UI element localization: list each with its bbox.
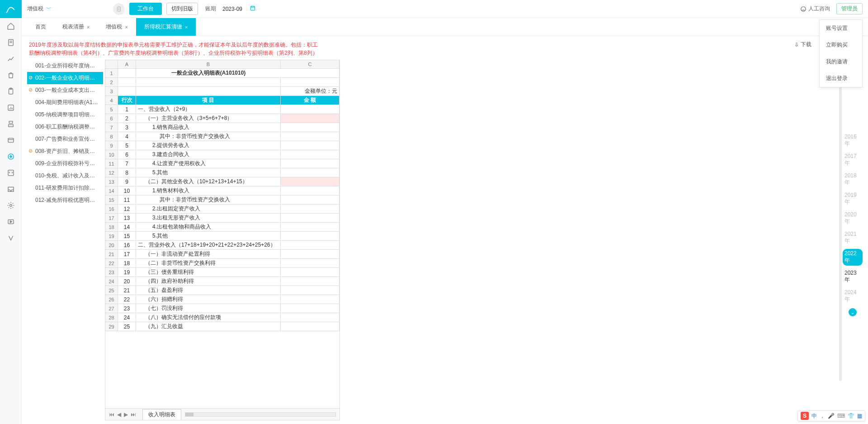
report-icon[interactable] xyxy=(0,100,22,116)
close-icon[interactable]: × xyxy=(87,24,90,30)
tab[interactable]: 所得税汇算清缴× xyxy=(136,18,196,36)
cell-amount[interactable] xyxy=(281,105,340,114)
cell-item[interactable]: 4.出租包装物和商品收入 xyxy=(136,223,281,231)
cell-amount[interactable] xyxy=(281,223,340,231)
tax-icon[interactable] xyxy=(0,148,22,165)
cell-item[interactable]: （一）非流动资产处置利得 xyxy=(136,250,281,258)
tree-item[interactable]: 012-减免所得税优惠明细表(... xyxy=(27,194,103,206)
download-action[interactable]: ⇩ 下载 xyxy=(794,41,811,48)
nav-last[interactable]: ⏭ xyxy=(130,411,137,418)
nav-prev[interactable]: ◀ xyxy=(116,411,122,418)
tree-item[interactable]: 006-职工薪酬纳税调整明细... xyxy=(27,121,103,133)
video-icon[interactable] xyxy=(0,214,22,230)
admin-button[interactable]: 管理员 xyxy=(836,3,863,14)
cell-amount[interactable] xyxy=(281,168,340,177)
tree-item[interactable]: 007-广告费和业务宣传费跨... xyxy=(27,133,103,145)
cell-amount[interactable] xyxy=(281,313,340,322)
cell-item[interactable]: 其中：非货币性资产交换收入 xyxy=(136,195,281,204)
circle-button[interactable] xyxy=(113,3,125,15)
cell-item[interactable]: （六）捐赠利得 xyxy=(136,295,281,304)
cell-item[interactable]: 其中：非货币性资产交换收入 xyxy=(136,132,281,141)
year-item[interactable]: 2020年 xyxy=(843,210,863,227)
cell-amount[interactable] xyxy=(281,268,340,276)
cell-item[interactable]: （八）确实无法偿付的应付款项 xyxy=(136,313,281,322)
consult-link[interactable]: 人工咨询 xyxy=(800,5,830,13)
cell-amount[interactable] xyxy=(281,141,340,150)
user-menu-item[interactable]: 退出登录 xyxy=(820,70,862,87)
user-menu-item[interactable]: 我的邀请 xyxy=(820,53,862,70)
cell-amount[interactable] xyxy=(281,214,340,222)
year-item[interactable]: 2024年 xyxy=(843,288,863,305)
ime-grid-icon[interactable]: ▦ xyxy=(857,413,862,419)
cell-amount[interactable] xyxy=(281,232,340,240)
tree-item[interactable]: ⊘008-资产折旧、摊销及纳税... xyxy=(27,145,103,157)
tree-item[interactable]: 009-企业所得税弥补亏损明... xyxy=(27,157,103,170)
cell-item[interactable]: 5.其他 xyxy=(136,168,281,177)
ime-widget[interactable]: S 中 ， 🎤 ⌨ 👕 ▦ xyxy=(797,410,865,421)
user-menu-item[interactable]: 立即购买 xyxy=(820,37,862,53)
cell-item[interactable]: 1.销售材料收入 xyxy=(136,186,281,195)
tree-item[interactable]: 010-免税、减计收入及加计... xyxy=(27,170,103,182)
cell-amount[interactable] xyxy=(281,322,340,331)
tree-item[interactable]: 011-研发费用加计扣除优惠... xyxy=(27,182,103,194)
box-icon[interactable] xyxy=(0,132,22,148)
cell-item[interactable]: 3.出租无形资产收入 xyxy=(136,214,281,222)
app-logo[interactable] xyxy=(0,0,22,18)
year-item[interactable]: 2019年 xyxy=(843,191,863,207)
close-icon[interactable]: × xyxy=(185,24,188,30)
year-item[interactable]: 2022年 xyxy=(843,249,863,266)
year-more-icon[interactable]: ⌄ xyxy=(849,308,857,316)
cell-item[interactable]: （三）债务重组利得 xyxy=(136,268,281,276)
transfer-icon[interactable] xyxy=(0,165,22,181)
year-item[interactable]: 2023年 xyxy=(843,268,863,285)
ime-mic-icon[interactable]: 🎤 xyxy=(828,413,835,419)
tab[interactable]: 增值税× xyxy=(98,18,136,36)
cell-item[interactable]: （二）非货币性资产交换利得 xyxy=(136,259,281,267)
cell-amount[interactable] xyxy=(281,250,340,258)
scrollbar[interactable] xyxy=(839,82,842,381)
module-select[interactable]: 增值税 ﹀ xyxy=(27,5,108,13)
cell-item[interactable]: 5.其他 xyxy=(136,232,281,240)
cell-amount[interactable] xyxy=(281,132,340,141)
year-item[interactable]: 2016年 xyxy=(843,132,863,149)
ime-lang[interactable]: 中 xyxy=(811,412,817,420)
calendar-icon[interactable] xyxy=(250,5,256,13)
cell-amount[interactable] xyxy=(281,150,340,159)
cell-item[interactable]: （四）政府补助利得 xyxy=(136,277,281,286)
cell-item[interactable]: 2.出租固定资产收入 xyxy=(136,205,281,213)
h-scrollbar[interactable] xyxy=(185,412,336,417)
tree-item[interactable]: ⊘003-一般企业成本支出明细... xyxy=(27,84,103,96)
nav-next[interactable]: ▶ xyxy=(123,411,129,418)
cell-amount[interactable] xyxy=(281,123,340,132)
gear-icon[interactable] xyxy=(0,197,22,214)
user-menu-item[interactable]: 账号设置 xyxy=(820,20,862,37)
cell-item[interactable]: （七）罚没利得 xyxy=(136,304,281,313)
v-icon[interactable] xyxy=(0,230,22,246)
tab[interactable]: 税表清册× xyxy=(54,18,98,36)
cell-item[interactable]: 一、营业收入（2+9） xyxy=(136,105,281,114)
bag-icon[interactable] xyxy=(0,67,22,83)
cell-amount[interactable] xyxy=(281,277,340,286)
cell-item[interactable]: （一）主营业务收入（3+5+6+7+8） xyxy=(136,114,281,123)
cell-item[interactable]: 3.建造合同收入 xyxy=(136,150,281,159)
workbench-button[interactable]: 工作台 xyxy=(129,3,162,15)
tab[interactable]: 首页 xyxy=(27,18,54,36)
cell-amount[interactable] xyxy=(281,205,340,213)
inbox-icon[interactable] xyxy=(0,181,22,197)
close-icon[interactable]: × xyxy=(125,24,127,30)
chart-icon[interactable] xyxy=(0,51,22,67)
cell-item[interactable]: 4.让渡资产使用权收入 xyxy=(136,159,281,168)
cell-item[interactable]: （二）其他业务收入（10+12+13+14+15） xyxy=(136,177,281,186)
clipboard-icon[interactable] xyxy=(0,83,22,100)
tree-item[interactable]: 005-纳税调整项目明细表(A1... xyxy=(27,109,103,121)
cell-item[interactable]: 2.提供劳务收入 xyxy=(136,141,281,150)
home-icon[interactable] xyxy=(0,18,22,34)
switch-old-button[interactable]: 切到旧版 xyxy=(166,3,198,15)
cell-amount[interactable] xyxy=(281,195,340,204)
ime-kbd-icon[interactable]: ⌨ xyxy=(837,413,845,419)
nav-first[interactable]: ⏮ xyxy=(108,411,115,418)
ime-skin-icon[interactable]: 👕 xyxy=(848,413,854,419)
cell-amount[interactable] xyxy=(281,114,340,123)
cell-amount[interactable] xyxy=(281,295,340,304)
stamp-icon[interactable] xyxy=(0,116,22,132)
